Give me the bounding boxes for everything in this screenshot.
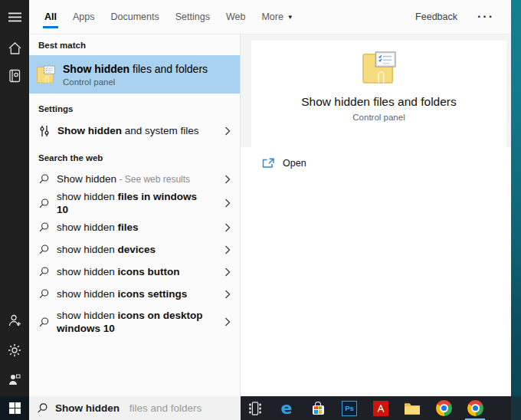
- web-result-text: show hidden files in windows 10: [57, 190, 210, 216]
- best-match-title: Show hidden files and folders: [63, 63, 208, 75]
- web-result-text: Show hidden - See web results: [57, 172, 190, 186]
- best-match-header: Best match: [29, 34, 240, 55]
- search-icon: [37, 402, 48, 414]
- search-flyout: All Apps Documents Settings Web More▼ Fe…: [29, 0, 511, 396]
- tab-apps-label: Apps: [73, 11, 95, 22]
- web-result-item[interactable]: show hidden icons settings: [29, 283, 240, 305]
- windows-search-screen: All Apps Documents Settings Web More▼ Fe…: [0, 0, 521, 420]
- search-icon: [38, 288, 50, 300]
- tab-documents-label: Documents: [110, 11, 159, 22]
- chevron-right-icon: [224, 317, 231, 326]
- photoshop-icon: Ps: [342, 401, 357, 416]
- web-section-header: Search the web: [29, 143, 240, 168]
- preview-subtitle: Control panel: [352, 113, 405, 122]
- search-icon: [38, 244, 50, 255]
- file-explorer-button[interactable]: [403, 396, 421, 420]
- home-icon: [8, 41, 22, 55]
- web-result-text: show hidden devices: [57, 243, 156, 256]
- preview-title: Show hidden files and folders: [301, 95, 457, 109]
- chevron-right-icon: [224, 126, 231, 136]
- task-view-button[interactable]: [246, 396, 264, 420]
- more-options-icon[interactable]: ···: [477, 13, 494, 21]
- microsoft-store-icon: [313, 405, 324, 415]
- chevron-right-icon: [224, 175, 231, 184]
- edge-icon: e: [281, 400, 293, 417]
- tab-web-label: Web: [226, 11, 245, 22]
- windows-logo-icon: [9, 402, 21, 414]
- web-result-text: show hidden files: [57, 221, 139, 234]
- tab-settings[interactable]: Settings: [175, 0, 210, 34]
- hamburger-icon: [8, 12, 21, 22]
- task-view-icon: [247, 401, 263, 416]
- taskbar-search-input[interactable]: Show hidden files and folders: [29, 396, 241, 420]
- web-result-item[interactable]: show hidden files in windows 10: [29, 190, 240, 216]
- preview-card-band: Show hidden files and folders Control pa…: [241, 34, 511, 147]
- desktop-wallpaper: [511, 0, 521, 396]
- settings-result-item[interactable]: Show hidden and system files: [29, 119, 240, 143]
- chevron-right-icon: [224, 199, 231, 208]
- user-picture-button[interactable]: [0, 366, 29, 392]
- settings-section-header: Settings: [29, 94, 240, 119]
- web-result-item[interactable]: show hidden icons on desktop windows 10: [29, 305, 240, 339]
- chevron-right-icon: [224, 245, 231, 254]
- microsoft-store-button[interactable]: [309, 396, 327, 420]
- open-action[interactable]: Open: [241, 147, 511, 176]
- open-external-icon: [261, 158, 274, 169]
- hamburger-menu-button[interactable]: [0, 4, 29, 30]
- chrome-icon: [436, 400, 452, 416]
- toggles-icon: [38, 125, 51, 137]
- dropdown-arrow-icon: ▼: [287, 14, 293, 21]
- chrome-icon: [467, 400, 483, 416]
- search-icon: [38, 221, 50, 233]
- tab-more-label: More: [261, 11, 283, 22]
- chevron-right-icon: [224, 290, 231, 299]
- search-filter-tabbar: All Apps Documents Settings Web More▼ Fe…: [29, 0, 511, 34]
- control-panel-folder-icon-large: [362, 51, 397, 84]
- notebook-button[interactable]: [0, 63, 29, 89]
- search-side-rail: [0, 0, 29, 396]
- best-match-item[interactable]: Show hidden files and folders Control pa…: [29, 55, 240, 94]
- feedback-button[interactable]: Feedback: [415, 11, 457, 22]
- search-icon: [38, 173, 50, 185]
- web-result-text: show hidden icons button: [57, 265, 180, 278]
- chevron-right-icon: [224, 223, 231, 232]
- open-label: Open: [283, 158, 306, 169]
- settings-gear-icon: [8, 343, 21, 357]
- web-result-item[interactable]: show hidden files: [29, 216, 240, 238]
- preview-pane: Show hidden files and folders Control pa…: [241, 34, 511, 396]
- tab-web[interactable]: Web: [226, 0, 245, 34]
- taskbar: Show hidden files and folders e: [0, 396, 521, 420]
- preview-card: Show hidden files and folders Control pa…: [251, 41, 506, 147]
- web-result-item[interactable]: show hidden icons button: [29, 261, 240, 283]
- tab-documents[interactable]: Documents: [110, 0, 159, 34]
- control-panel-folder-icon: [36, 65, 56, 84]
- add-account-button[interactable]: [0, 307, 29, 333]
- chrome-button-active[interactable]: [466, 396, 484, 420]
- tab-all-label: All: [44, 11, 57, 22]
- search-results-area: Best match Show hidden files: [29, 34, 511, 396]
- edge-button[interactable]: e: [277, 396, 296, 420]
- tab-more[interactable]: More▼: [261, 0, 293, 34]
- web-result-text: show hidden icons settings: [57, 287, 187, 300]
- taskbar-right-edge: [511, 396, 521, 420]
- start-button[interactable]: [0, 396, 29, 420]
- best-match-subtitle: Control panel: [63, 77, 208, 87]
- acrobat-reader-button[interactable]: [372, 396, 390, 420]
- notebook-icon: [8, 69, 21, 83]
- photoshop-button[interactable]: Ps: [340, 396, 359, 420]
- acrobat-reader-icon: [373, 401, 388, 416]
- web-result-text: show hidden icons on desktop windows 10: [57, 309, 210, 335]
- settings-result-text: Show hidden and system files: [57, 124, 199, 137]
- settings-button[interactable]: [0, 337, 29, 363]
- home-button[interactable]: [0, 35, 29, 61]
- web-result-item[interactable]: show hidden devices: [29, 238, 240, 261]
- chevron-right-icon: [224, 267, 231, 277]
- search-typed-text: Show hidden: [55, 402, 120, 414]
- search-suggestion-text: files and folders: [126, 402, 202, 414]
- tab-apps[interactable]: Apps: [73, 0, 95, 34]
- web-result-item[interactable]: Show hidden - See web results: [29, 168, 240, 190]
- tab-all[interactable]: All: [44, 0, 57, 34]
- file-explorer-icon: [404, 401, 421, 415]
- chrome-button[interactable]: [434, 396, 453, 420]
- search-icon: [38, 198, 50, 209]
